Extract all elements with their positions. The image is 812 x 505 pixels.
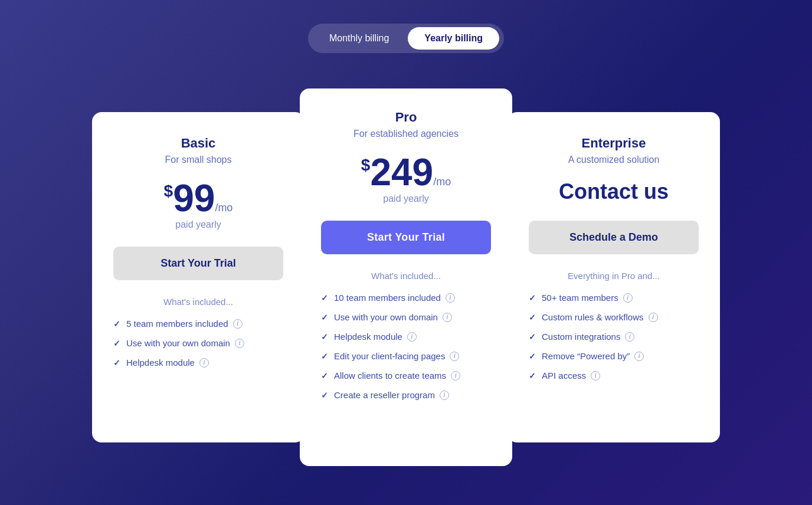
check-icon: ✓ bbox=[113, 358, 120, 368]
basic-features-title: What's included... bbox=[113, 297, 283, 307]
list-item: ✓ Helpdesk module i bbox=[321, 332, 491, 342]
list-item: ✓ 10 team members included i bbox=[321, 293, 491, 303]
list-item: ✓ 50+ team members i bbox=[529, 293, 699, 303]
enterprise-features-title: Everything in Pro and... bbox=[529, 271, 699, 281]
list-item: ✓ Helpdesk module i bbox=[113, 358, 283, 368]
enterprise-contact-label: Contact us bbox=[529, 179, 699, 204]
info-icon[interactable]: i bbox=[634, 352, 644, 361]
info-icon[interactable]: i bbox=[443, 313, 452, 322]
info-icon[interactable]: i bbox=[440, 391, 449, 400]
check-icon: ✓ bbox=[529, 313, 536, 322]
list-item: ✓ Use with your own domain i bbox=[113, 338, 283, 348]
yearly-billing-option[interactable]: Yearly billing bbox=[408, 27, 499, 50]
pro-price-period: /mo bbox=[433, 176, 451, 188]
check-icon: ✓ bbox=[529, 371, 536, 381]
list-item: ✓ API access i bbox=[529, 370, 699, 381]
pro-cta-button[interactable]: Start Your Trial bbox=[321, 221, 491, 254]
check-icon: ✓ bbox=[529, 352, 536, 361]
basic-cta-button[interactable]: Start Your Trial bbox=[113, 247, 283, 280]
pricing-cards: Basic For small shops $99/mo paid yearly… bbox=[17, 88, 795, 466]
info-icon[interactable]: i bbox=[446, 293, 455, 303]
basic-price-period: /mo bbox=[215, 202, 233, 214]
list-item: ✓ Remove “Powered by” i bbox=[529, 351, 699, 361]
pro-price-amount: 249 bbox=[370, 151, 433, 194]
check-icon: ✓ bbox=[321, 293, 328, 303]
basic-price-billing: paid yearly bbox=[113, 219, 283, 230]
check-icon: ✓ bbox=[529, 332, 536, 342]
info-icon[interactable]: i bbox=[199, 358, 209, 368]
basic-plan-name: Basic bbox=[113, 136, 283, 151]
pro-plan-tagline: For established agencies bbox=[321, 129, 491, 139]
list-item: ✓ Custom integrations i bbox=[529, 332, 699, 342]
check-icon: ✓ bbox=[321, 391, 328, 400]
info-icon[interactable]: i bbox=[450, 352, 459, 361]
pro-price-row: $249/mo bbox=[321, 153, 491, 191]
list-item: ✓ Create a reseller program i bbox=[321, 390, 491, 400]
check-icon: ✓ bbox=[113, 319, 120, 329]
info-icon[interactable]: i bbox=[235, 339, 244, 348]
basic-plan-tagline: For small shops bbox=[113, 155, 283, 165]
list-item: ✓ Custom rules & workflows i bbox=[529, 312, 699, 322]
monthly-billing-option[interactable]: Monthly billing bbox=[313, 27, 405, 50]
check-icon: ✓ bbox=[321, 313, 328, 322]
info-icon[interactable]: i bbox=[625, 332, 634, 342]
check-icon: ✓ bbox=[321, 332, 328, 342]
pro-features-title: What's included... bbox=[321, 271, 491, 281]
info-icon[interactable]: i bbox=[623, 293, 633, 303]
check-icon: ✓ bbox=[529, 293, 536, 303]
enterprise-plan-card: Enterprise A customized solution Contact… bbox=[508, 112, 720, 442]
enterprise-plan-name: Enterprise bbox=[529, 136, 699, 151]
list-item: ✓ 5 team members included i bbox=[113, 319, 283, 329]
list-item: ✓ Edit your client-facing pages i bbox=[321, 351, 491, 361]
basic-price-amount: 99 bbox=[173, 177, 215, 219]
info-icon[interactable]: i bbox=[591, 371, 600, 381]
info-icon[interactable]: i bbox=[649, 313, 658, 322]
basic-price-symbol: $ bbox=[164, 182, 173, 200]
info-icon[interactable]: i bbox=[451, 371, 460, 381]
info-icon[interactable]: i bbox=[233, 319, 243, 329]
pro-price-billing: paid yearly bbox=[321, 194, 491, 204]
basic-plan-card: Basic For small shops $99/mo paid yearly… bbox=[92, 112, 304, 442]
check-icon: ✓ bbox=[321, 352, 328, 361]
pro-price-symbol: $ bbox=[361, 156, 371, 174]
info-icon[interactable]: i bbox=[407, 332, 417, 342]
check-icon: ✓ bbox=[113, 339, 120, 348]
pro-plan-card: Pro For established agencies $249/mo pai… bbox=[300, 88, 512, 466]
billing-toggle: Monthly billing Yearly billing bbox=[308, 24, 504, 53]
list-item: ✓ Use with your own domain i bbox=[321, 312, 491, 322]
list-item: ✓ Allow clients to create teams i bbox=[321, 370, 491, 381]
enterprise-plan-tagline: A customized solution bbox=[529, 155, 699, 165]
check-icon: ✓ bbox=[321, 371, 328, 381]
pro-plan-name: Pro bbox=[321, 110, 491, 125]
basic-price-row: $99/mo bbox=[113, 179, 283, 217]
enterprise-cta-button[interactable]: Schedule a Demo bbox=[529, 221, 699, 254]
